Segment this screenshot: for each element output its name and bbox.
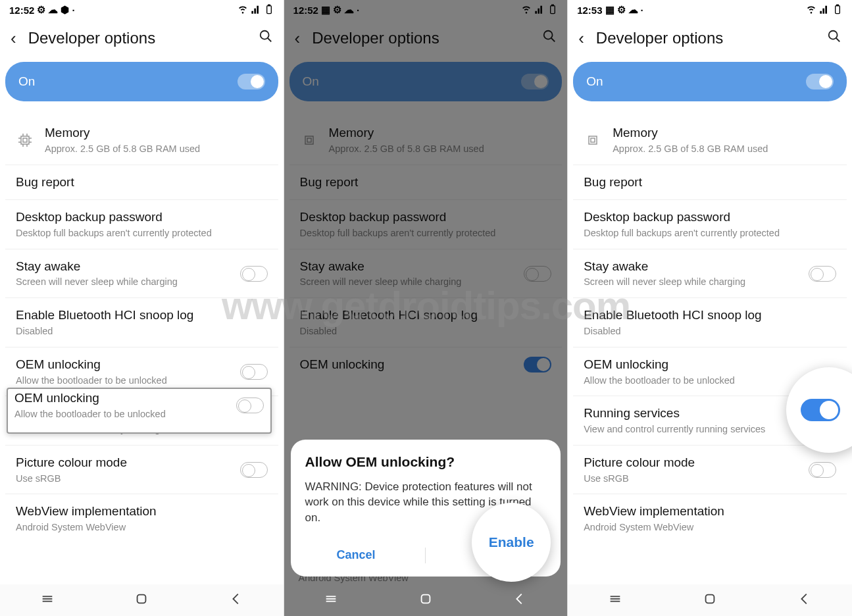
nav-home[interactable] bbox=[134, 592, 149, 609]
phone-screen-3: 12:53 ▦ ⚙ ☁ · ‹ Developer options On bbox=[568, 0, 852, 616]
svg-rect-0 bbox=[266, 5, 271, 13]
stay-awake-title: Stay awake bbox=[16, 259, 230, 275]
desktop-backup-item[interactable]: Desktop backup password Desktop full bac… bbox=[573, 200, 847, 249]
oem-toggle-on[interactable] bbox=[801, 399, 840, 421]
pic-title: Picture colour mode bbox=[584, 455, 798, 471]
nav-back[interactable] bbox=[513, 592, 527, 609]
memory-item[interactable]: Memory Approx. 2.5 GB of 5.8 GB RAM used bbox=[573, 116, 847, 165]
web-title: WebView implementation bbox=[584, 503, 836, 520]
picture-colour-toggle[interactable] bbox=[809, 462, 836, 478]
run-sub: View and control currently running servi… bbox=[16, 423, 268, 436]
signal-icon bbox=[251, 4, 261, 16]
cloud-icon: ☁ bbox=[628, 4, 638, 16]
page-title: Developer options bbox=[596, 29, 815, 47]
page-title: Developer options bbox=[28, 29, 247, 47]
bt-sub: Disabled bbox=[584, 325, 836, 338]
picture-colour-item[interactable]: Picture colour mode Use sRGB bbox=[573, 446, 847, 495]
gear-icon: ⚙ bbox=[617, 4, 626, 16]
master-toggle-switch[interactable] bbox=[238, 74, 265, 90]
bug-report-item[interactable]: Bug report bbox=[5, 165, 278, 201]
enable-highlight-circle: Enable bbox=[472, 503, 551, 582]
phone-screen-1: 12:52 ⚙ ☁ ⬢ · ‹ Developer options bbox=[0, 0, 284, 616]
wifi-icon bbox=[806, 4, 816, 16]
master-toggle-row[interactable]: On bbox=[573, 62, 847, 101]
back-button[interactable]: ‹ bbox=[11, 30, 16, 47]
shield-icon: ⬢ bbox=[61, 4, 69, 16]
chip-icon bbox=[584, 132, 602, 148]
pic-sub: Use sRGB bbox=[16, 473, 230, 485]
pic-sub: Use sRGB bbox=[584, 473, 798, 485]
stay-awake-toggle[interactable] bbox=[809, 266, 836, 282]
svg-rect-4 bbox=[21, 136, 29, 144]
bt-title: Enable Bluetooth HCI snoop log bbox=[16, 307, 268, 324]
svg-point-30 bbox=[829, 31, 838, 39]
oem-title-hl: OEM unlocking bbox=[14, 390, 236, 407]
picture-colour-item[interactable]: Picture colour mode Use sRGB bbox=[5, 446, 278, 495]
bluetooth-hci-item[interactable]: Enable Bluetooth HCI snoop log Disabled bbox=[573, 298, 847, 347]
bt-sub: Disabled bbox=[16, 325, 268, 338]
signal-icon bbox=[819, 4, 830, 16]
stay-awake-title: Stay awake bbox=[584, 259, 798, 275]
status-time: 12:53 bbox=[577, 5, 602, 16]
oem-toggle-hl[interactable] bbox=[236, 398, 264, 413]
oem-unlocking-item[interactable]: OEM unlocking Allow the bootloader to be… bbox=[5, 347, 278, 397]
stay-awake-item[interactable]: Stay awake Screen will never sleep while… bbox=[573, 249, 847, 299]
search-icon[interactable] bbox=[259, 29, 273, 47]
pic-title: Picture colour mode bbox=[16, 455, 230, 471]
picture-colour-toggle[interactable] bbox=[240, 462, 268, 478]
battery-icon bbox=[264, 4, 274, 16]
svg-rect-37 bbox=[706, 595, 714, 603]
dbp-sub: Desktop full backups aren't currently pr… bbox=[584, 227, 836, 240]
memory-sub: Approx. 2.5 GB of 5.8 GB RAM used bbox=[613, 143, 836, 155]
phone-screen-2: 12:52 ▦ ⚙ ☁ · ‹ Developer options On bbox=[284, 0, 568, 616]
svg-rect-17 bbox=[138, 595, 146, 603]
chip-icon bbox=[16, 132, 34, 148]
svg-rect-5 bbox=[23, 138, 27, 142]
svg-rect-29 bbox=[836, 5, 838, 5]
dot-icon: · bbox=[72, 5, 74, 16]
nav-recents[interactable] bbox=[608, 592, 622, 609]
svg-rect-33 bbox=[591, 138, 595, 142]
nav-back[interactable] bbox=[797, 592, 812, 609]
nav-home[interactable] bbox=[418, 592, 433, 609]
search-icon[interactable] bbox=[827, 29, 841, 47]
status-bar: 12:52 ⚙ ☁ ⬢ · bbox=[0, 0, 284, 20]
stay-awake-toggle[interactable] bbox=[240, 266, 268, 282]
stay-awake-item[interactable]: Stay awake Screen will never sleep while… bbox=[5, 249, 278, 299]
bug-report-item[interactable]: Bug report bbox=[573, 165, 847, 201]
image-icon: ▦ bbox=[605, 4, 614, 16]
dialog-separator bbox=[425, 548, 426, 563]
svg-line-3 bbox=[267, 38, 271, 42]
oem-sub-hl: Allow the bootloader to be unlocked bbox=[14, 408, 236, 421]
dot-icon: · bbox=[641, 5, 643, 16]
nav-back[interactable] bbox=[229, 592, 243, 609]
svg-rect-27 bbox=[421, 595, 430, 603]
desktop-backup-item[interactable]: Desktop backup password Desktop full bac… bbox=[5, 200, 278, 249]
master-toggle-label: On bbox=[586, 74, 603, 89]
wifi-icon bbox=[238, 4, 248, 16]
oem-sub: Allow the bootloader to be unlocked bbox=[16, 374, 230, 387]
memory-title: Memory bbox=[45, 125, 268, 141]
memory-item[interactable]: Memory Approx. 2.5 GB of 5.8 GB RAM used bbox=[5, 116, 278, 165]
webview-item[interactable]: WebView implementation Android System We… bbox=[5, 494, 278, 543]
status-time: 12:52 bbox=[9, 5, 34, 16]
web-sub: Android System WebView bbox=[584, 521, 836, 534]
oem-title: OEM unlocking bbox=[16, 357, 230, 373]
gear-icon: ⚙ bbox=[37, 4, 45, 16]
master-toggle-row[interactable]: On bbox=[5, 62, 278, 101]
nav-recents[interactable] bbox=[324, 592, 338, 609]
enable-button-hl[interactable]: Enable bbox=[489, 534, 534, 550]
stay-awake-sub: Screen will never sleep while charging bbox=[584, 276, 798, 288]
bug-report-title: Bug report bbox=[584, 174, 836, 191]
back-button[interactable]: ‹ bbox=[578, 30, 584, 47]
nav-recents[interactable] bbox=[40, 592, 55, 609]
cancel-button[interactable]: Cancel bbox=[324, 542, 389, 569]
bluetooth-hci-item[interactable]: Enable Bluetooth HCI snoop log Disabled bbox=[5, 298, 278, 347]
status-bar: 12:53 ▦ ⚙ ☁ · bbox=[568, 0, 852, 20]
oem-toggle[interactable] bbox=[240, 364, 268, 380]
webview-item[interactable]: WebView implementation Android System We… bbox=[573, 494, 847, 543]
master-toggle-switch[interactable] bbox=[806, 74, 834, 90]
bt-title: Enable Bluetooth HCI snoop log bbox=[584, 307, 836, 324]
nav-home[interactable] bbox=[703, 592, 717, 609]
bug-report-title: Bug report bbox=[16, 174, 268, 191]
